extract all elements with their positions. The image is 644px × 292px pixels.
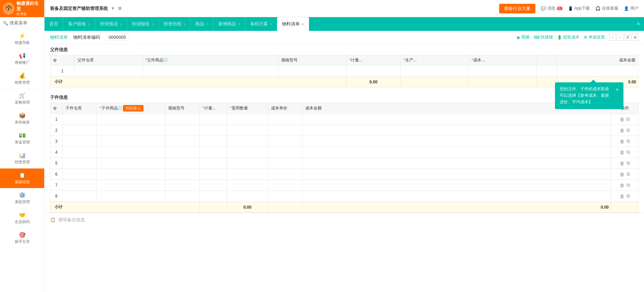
settings-icon[interactable]: ⚙ <box>118 6 122 11</box>
child-subtotal-qty: 0.00 <box>227 202 268 213</box>
sidebar-item-marketing[interactable]: 📢 营销推广 <box>0 49 44 69</box>
dropdown-icon[interactable]: ▼ <box>111 6 115 11</box>
parent-cell-production-1[interactable] <box>401 66 469 77</box>
tooltip-close-button[interactable]: × <box>616 86 619 93</box>
tab-new-products[interactable]: 新增商品 × <box>213 17 245 31</box>
copy-icon-7[interactable]: ⧉ <box>627 182 630 188</box>
child-spec-1[interactable] <box>165 114 200 125</box>
tab-home[interactable]: 首页 <box>45 17 63 31</box>
tab-history-close[interactable]: × <box>184 22 186 26</box>
expand-arrow[interactable]: ⊞ <box>632 34 639 41</box>
child-row-6: 6 🗑⧉ <box>50 169 639 180</box>
message-button[interactable]: 💬 消息 6 <box>541 5 562 11</box>
tab-profit-report[interactable]: 利润报告 × <box>127 17 159 31</box>
shortcut-button[interactable]: ⌨ 快捷键 <box>534 34 553 40</box>
copy-icon-6[interactable]: ⧉ <box>627 171 630 177</box>
delete-icon-5[interactable]: 🗑 <box>620 161 624 166</box>
tab-customer[interactable]: 客户联络 × <box>63 17 95 31</box>
copy-icon-3[interactable]: ⧉ <box>627 138 630 144</box>
tab-barcode-close[interactable]: × <box>270 22 272 26</box>
parent-cell-product-1[interactable] <box>143 66 278 77</box>
parent-cell-cost-1[interactable] <box>469 66 536 77</box>
parent-cell-unit-1[interactable] <box>346 66 401 77</box>
delete-icon-6[interactable]: 🗑 <box>620 172 624 177</box>
sidebar-item-system[interactable]: ⚙️ 系统管理 <box>0 188 44 208</box>
child-row-2: 2 🗑⧉ <box>50 125 639 136</box>
child-row-5: 5 🗑⧉ <box>50 158 639 169</box>
sidebar-item-quick-nav[interactable]: ⚡ 快捷导航 <box>0 29 44 49</box>
tab-products-close[interactable]: × <box>206 22 208 26</box>
tab-products[interactable]: 商品 × <box>190 17 213 31</box>
copy-icon-2[interactable]: ⧉ <box>627 127 630 133</box>
breadcrumb-parent[interactable]: 物料清单 <box>50 34 68 40</box>
sidebar-item-sales[interactable]: 💰 销售管理 <box>0 69 44 89</box>
tooltip-popup: × 您的父件、子件的成本取值可以选择【参考成本、最新进价、平均成本】 <box>555 82 623 109</box>
prev-arrow[interactable]: ‹ <box>609 34 616 41</box>
tab-customer-close[interactable]: × <box>88 22 90 26</box>
sidebar-item-operations[interactable]: 📊 经营管理 <box>0 149 44 168</box>
delete-icon-3[interactable]: 🗑 <box>620 139 624 144</box>
delete-icon-4[interactable]: 🗑 <box>620 150 624 155</box>
settings-button[interactable]: ⚙ 单据设置 <box>584 34 605 40</box>
parent-col-warehouse: 父件仓库 <box>75 55 143 66</box>
bottom-icon: 📋 <box>50 217 55 222</box>
sidebar-search[interactable]: 🔍 搜索菜单 <box>0 17 44 29</box>
copy-icon-8[interactable]: ⧉ <box>627 193 630 199</box>
delete-icon-1[interactable]: 🗑 <box>620 117 624 122</box>
sidebar-item-basic-info[interactable]: 📋 基础信息 <box>0 168 44 188</box>
child-qty-1[interactable] <box>227 114 268 125</box>
child-col-unit-cost: 成本单价 <box>268 103 302 114</box>
parent-cell-warehouse-1[interactable] <box>75 66 143 77</box>
sidebar-item-inventory[interactable]: 📦 库存核算 <box>0 109 44 129</box>
parent-col-spec: 规格型号 <box>278 55 346 66</box>
child-section: 子件信息 ⚙ 子件仓库 *子件商品ⓘ 扫码录入 规格型号 *计量... *需用数… <box>45 92 644 213</box>
child-subtotal-row: 小计 0.00 0.00 <box>50 202 639 213</box>
sidebar-item-guide[interactable]: 🎯 新手引导 <box>0 228 44 248</box>
sidebar-item-enterprise[interactable]: 🤝 企业协同 <box>0 208 44 228</box>
try-button[interactable]: 体验行业方案 <box>499 4 535 13</box>
copy-icon-5[interactable]: ⧉ <box>627 160 630 166</box>
child-warehouse-1[interactable] <box>63 114 97 125</box>
parent-cell-spec-1[interactable] <box>278 66 346 77</box>
cost-icon: 💲 <box>557 35 562 40</box>
child-row-4: 4 🗑⧉ <box>50 147 639 158</box>
online-service-button[interactable]: 🎧 在线客服 <box>595 5 618 11</box>
tab-profit-close[interactable]: × <box>152 22 154 26</box>
tab-new-products-close[interactable]: × <box>238 22 240 26</box>
logo-icon: 🐯 <box>3 2 14 15</box>
delete-icon-7[interactable]: 🗑 <box>620 183 624 188</box>
child-row-3: 3 🗑⧉ <box>50 136 639 147</box>
child-col-settings[interactable]: ⚙ <box>50 103 63 114</box>
cost-button[interactable]: 💲 提取成本 <box>557 34 580 40</box>
parent-subtotal-unit-val: 0.00 <box>346 77 401 87</box>
tab-operations-status[interactable]: 经营情况 × <box>95 17 127 31</box>
child-row-1: 1 🗑⧉ <box>50 114 639 125</box>
tab-barcode[interactable]: 条码方案 × <box>245 17 277 31</box>
user-button[interactable]: 👤 用户 <box>624 5 639 11</box>
sidebar-item-finance[interactable]: 💵 资金管理 <box>0 129 44 149</box>
close-all-tabs[interactable]: × <box>633 21 644 27</box>
child-unit-1[interactable] <box>200 114 227 125</box>
scan-button[interactable]: 扫码录入 <box>123 105 144 112</box>
next-arrow[interactable]: › <box>617 34 623 41</box>
app-download-button[interactable]: 📱 App下载 <box>568 5 590 11</box>
child-subtotal-cost-amount: 0.00 <box>302 202 611 213</box>
copy-icon-1[interactable]: ⧉ <box>627 116 630 122</box>
parent-col-settings[interactable]: ⚙ <box>50 55 75 66</box>
delete-icon-2[interactable]: 🗑 <box>620 128 624 133</box>
sidebar-nav: ⚡ 快捷导航 📢 营销推广 💰 销售管理 🛒 采购管理 📦 库存核算 💵 资金管… <box>0 29 44 292</box>
view-video-button[interactable]: ▶ 视频 <box>517 34 530 40</box>
bottom-bar: 📋 填写备注信息 <box>45 213 644 226</box>
parent-row-num-1: 1 <box>50 66 75 77</box>
tab-operations-history[interactable]: 经营历程 × <box>159 17 191 31</box>
delete-icon-8[interactable]: 🗑 <box>620 194 624 199</box>
sidebar-item-purchase[interactable]: 🛒 采购管理 <box>0 89 44 109</box>
child-unit-cost-1[interactable] <box>268 114 302 125</box>
tab-ops-close[interactable]: × <box>120 22 122 26</box>
tab-bom[interactable]: 物料清单 × <box>277 17 309 31</box>
bottom-text[interactable]: 填写备注信息 <box>58 217 85 223</box>
tab-bom-close[interactable]: × <box>302 22 304 26</box>
child-product-1[interactable] <box>97 114 165 125</box>
copy-icon-4[interactable]: ⧉ <box>627 149 630 155</box>
menu-arrow[interactable]: ☰ <box>624 34 631 41</box>
